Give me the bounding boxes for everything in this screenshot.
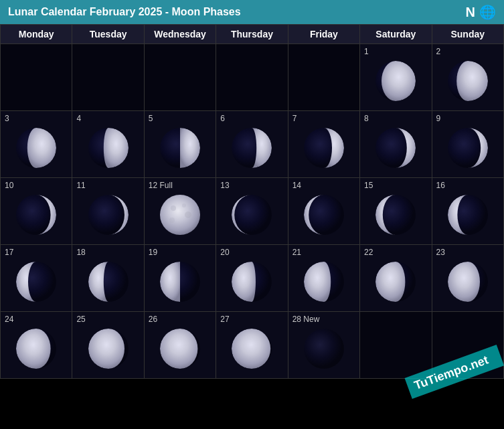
calendar-cell-11: 11 [72, 178, 144, 245]
calendar-cell-21: 21 [288, 245, 359, 312]
calendar-cell-18: 18 [72, 245, 144, 312]
calendar-cell-28 New: 28 New [288, 312, 359, 379]
globe-icon: 🌐 [479, 4, 496, 20]
svg-point-23 [171, 205, 176, 211]
svg-point-26 [169, 218, 175, 223]
cell-date-label: 3 [5, 114, 9, 123]
calendar-cell-empty [72, 44, 144, 111]
calendar-cell-26: 26 [144, 312, 216, 379]
moon-phase-icon [291, 114, 357, 175]
calendar-cell-4: 4 [72, 111, 144, 178]
day-header-thursday: Thursday [216, 25, 288, 44]
svg-point-25 [185, 211, 191, 218]
calendar-cell-17: 17 [1, 245, 72, 312]
cell-date-label: 22 [364, 248, 373, 257]
cell-date-label: 16 [436, 181, 445, 190]
moon-phase-icon [75, 114, 141, 175]
calendar-cell-15: 15 [360, 178, 432, 245]
cell-date-label: 20 [220, 248, 229, 257]
cell-date-label: 6 [220, 114, 225, 123]
calendar-wrapper: Monday Tuesday Wednesday Thursday Friday… [0, 24, 504, 379]
calendar-cell-2: 2 [432, 44, 503, 111]
week-row-4: 17 18 19 20 21 22 23 [1, 245, 504, 312]
cell-date-label: 26 [149, 315, 157, 324]
day-header-saturday: Saturday [360, 25, 432, 44]
calendar-cell-1: 1 [360, 44, 432, 111]
calendar-cell-empty [360, 312, 432, 379]
week-row-2: 3 4 5 6 7 8 9 [1, 111, 504, 178]
cell-date-label: 21 [292, 248, 301, 257]
cell-date-label: 24 [5, 315, 13, 324]
moon-phase-icon [3, 114, 69, 175]
calendar-cell-empty [288, 44, 359, 111]
day-header-wednesday: Wednesday [144, 25, 216, 44]
moon-phase-icon [435, 114, 501, 175]
calendar-cell-9: 9 [432, 111, 503, 178]
cell-date-label: 8 [364, 114, 369, 123]
n-icon: N [466, 5, 475, 20]
calendar-cell-13: 13 [216, 178, 288, 245]
calendar-cell-19: 19 [144, 245, 216, 312]
calendar-cell-12 Full: 12 Full [144, 178, 216, 245]
cell-date-label: 10 [5, 181, 13, 190]
calendar-cell-5: 5 [144, 111, 216, 178]
cell-date-label: 19 [149, 248, 157, 257]
cell-date-label: 5 [149, 114, 153, 123]
calendar-cell-23: 23 [432, 245, 503, 312]
cell-date-label: 18 [76, 248, 85, 257]
cell-date-label: 2 [436, 47, 441, 56]
cell-date-label: 27 [220, 315, 229, 324]
day-headers-row: Monday Tuesday Wednesday Thursday Friday… [1, 25, 504, 44]
cell-date-label: 23 [436, 248, 445, 257]
calendar-cell-3: 3 [1, 111, 72, 178]
cell-date-label: 25 [76, 315, 85, 324]
svg-point-57 [304, 329, 344, 369]
calendar-header: Lunar Calendar February 2025 - Moon Phas… [0, 0, 504, 24]
calendar-cell-20: 20 [216, 245, 288, 312]
svg-point-22 [160, 195, 200, 235]
cell-date-label: 28 New [292, 315, 320, 324]
calendar-cell-empty [1, 44, 72, 111]
cell-date-label: 12 Full [149, 181, 173, 190]
calendar-cell-27: 27 [216, 312, 288, 379]
cell-date-label: 13 [220, 181, 229, 190]
cell-date-label: 7 [292, 114, 297, 123]
moon-phase-icon [219, 114, 284, 175]
calendar-cell-6: 6 [216, 111, 288, 178]
day-header-sunday: Sunday [432, 25, 503, 44]
week-row-5: 24 25 26 27 28 New [1, 312, 504, 379]
moon-phase-icon [435, 47, 501, 108]
calendar-cell-empty [144, 44, 216, 111]
week-row-1: 1 2 [1, 44, 504, 111]
calendar-cell-14: 14 [288, 178, 359, 245]
week-row-3: 10 11 12 Full 13 14 15 16 [1, 178, 504, 245]
day-header-tuesday: Tuesday [72, 25, 144, 44]
calendar-cell-empty [432, 312, 503, 379]
calendar-cell-24: 24 [1, 312, 72, 379]
calendar-cell-10: 10 [1, 178, 72, 245]
cell-date-label: 17 [5, 248, 13, 257]
svg-point-24 [182, 203, 186, 207]
day-header-monday: Monday [1, 25, 72, 44]
calendar-cell-16: 16 [432, 178, 503, 245]
header-icons: N 🌐 [466, 4, 496, 20]
calendar-table: Monday Tuesday Wednesday Thursday Friday… [0, 24, 504, 379]
cell-date-label: 14 [292, 181, 301, 190]
calendar-cell-22: 22 [360, 245, 432, 312]
calendar-cell-empty [216, 44, 288, 111]
cell-date-label: 11 [76, 181, 85, 190]
calendar-cell-8: 8 [360, 111, 432, 178]
cell-date-label: 9 [436, 114, 441, 123]
cell-date-label: 15 [364, 181, 373, 190]
moon-phase-icon [363, 47, 428, 108]
cell-date-label: 4 [76, 114, 81, 123]
calendar-cell-25: 25 [72, 312, 144, 379]
moon-phase-icon [363, 114, 428, 175]
calendar-cell-7: 7 [288, 111, 359, 178]
moon-phase-icon [147, 114, 213, 175]
cell-date-label: 1 [364, 47, 369, 56]
header-title: Lunar Calendar February 2025 - Moon Phas… [8, 6, 241, 18]
day-header-friday: Friday [288, 25, 359, 44]
